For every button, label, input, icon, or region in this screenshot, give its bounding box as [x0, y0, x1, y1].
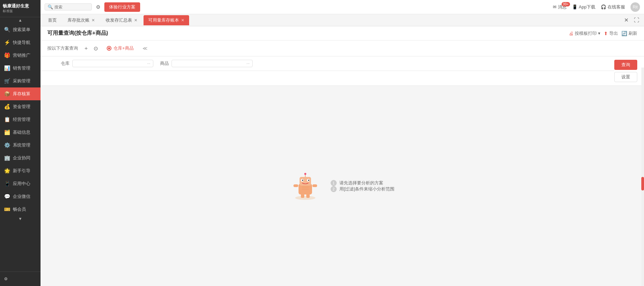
search-icon: 🔍 — [48, 4, 53, 9]
sidebar-item-appstore[interactable]: 📱应用中心 — [0, 177, 41, 190]
main-content: 🔍 ⚙ 体验行业方案 ✉ 消息 99+ 📱 App下载 🎧 在线客服 Rit — [41, 0, 644, 286]
warehouse-more-icon[interactable]: ··· — [147, 61, 150, 66]
settings-button[interactable]: 设置 — [614, 72, 637, 82]
empty-state: 1 请先选择要分析的方案 2 用[过滤]条件来缩小分析范围 — [41, 86, 644, 286]
export-button[interactable]: ⬆ 导出 — [604, 30, 618, 36]
sidebar-item-search[interactable]: 🔍搜索菜单 — [0, 23, 41, 36]
svg-point-6 — [308, 180, 309, 181]
sidebar-icon-member: 🎫 — [4, 206, 10, 212]
sidebar-item-member[interactable]: 🎫畅会员 — [0, 203, 41, 216]
filter-actions: ＋ ⊙ — [82, 44, 99, 53]
refresh-icon: 🔄 — [621, 31, 627, 36]
filter-option-warehouse_product[interactable]: 仓库+商品 — [103, 44, 137, 53]
message-button[interactable]: ✉ 消息 99+ — [553, 4, 567, 10]
tab-batch_account[interactable]: 库存批次账✕ — [63, 15, 100, 25]
topbar-right: ✉ 消息 99+ 📱 App下载 🎧 在线客服 Rit — [553, 2, 640, 12]
close-tab-button[interactable]: ✕ — [622, 16, 630, 25]
filter-bar: 按以下方案查询 ＋ ⊙ 仓库+商品 ≪ — [41, 41, 644, 56]
hint-text-2: 用[过滤]条件来缩小分析范围 — [339, 186, 394, 192]
sidebar-icon-basic: 🗂️ — [4, 129, 10, 135]
export-icon: ⬆ — [604, 31, 608, 36]
sidebar-icon-purchase: 🛒 — [4, 78, 10, 84]
online-service-button[interactable]: 🎧 在线客服 — [601, 4, 625, 10]
sidebar-item-enterprise[interactable]: 🏢企业协同 — [0, 152, 41, 164]
headset-icon: 🎧 — [601, 4, 606, 9]
message-badge: 99+ — [562, 2, 570, 6]
hint-text-1: 请先选择要分析的方案 — [339, 180, 383, 186]
empty-hint-2: 2 用[过滤]条件来缩小分析范围 — [331, 186, 394, 192]
gear-icon[interactable]: ⚙ — [95, 3, 102, 11]
warehouse-label: 仓库 — [61, 60, 70, 67]
sidebar-bottom: ⚙ — [0, 271, 41, 286]
brand-sub: 标准版 — [3, 9, 38, 14]
sidebar-item-system[interactable]: ⚙️系统管理 — [0, 139, 41, 152]
sidebar-label-search: 搜索菜单 — [13, 27, 30, 33]
sidebar-item-inventory[interactable]: 📦库存核算 — [0, 87, 41, 100]
refresh-button[interactable]: 🔄 刷新 — [621, 30, 637, 36]
product-input[interactable]: ··· — [172, 60, 253, 67]
svg-rect-9 — [293, 184, 298, 187]
user-avatar[interactable]: Rit — [630, 2, 640, 12]
sidebar-icon-shortcut: ⚡ — [4, 40, 10, 46]
empty-hint-1: 1 请先选择要分析的方案 — [331, 180, 394, 186]
page-header: 可用量查询(按仓库+商品) 🖨 按模板打印 ▾ ⬆ 导出 🔄 刷新 — [41, 26, 644, 41]
expand-tab-button[interactable]: ⛶ — [632, 16, 641, 25]
filter-option-label-warehouse_product: 仓库+商品 — [113, 45, 134, 51]
sidebar-label-inventory: 库存核算 — [13, 91, 30, 97]
sidebar-item-purchase[interactable]: 🛒采购管理 — [0, 75, 41, 87]
sidebar-item-wechat[interactable]: 💬企业微信 — [0, 190, 41, 203]
warehouse-input[interactable]: ··· — [72, 60, 153, 67]
sidebar-item-sales[interactable]: 📊销售管理 — [0, 62, 41, 75]
settings-icon: ⚙ — [4, 277, 8, 281]
sidebar-logo: 畅康通好生意 标准版 — [0, 0, 41, 17]
edit-filter-button[interactable]: ⊙ — [92, 45, 99, 52]
tab-close-receive_summary[interactable]: ✕ — [134, 18, 137, 23]
tabs-bar: 首页库存批次账✕收发存汇总表✕可用量库存账本✕ ✕ ⛶ — [41, 14, 644, 26]
sidebar-scroll-down[interactable]: ▼ — [0, 216, 41, 222]
sidebar-item-basic[interactable]: 🗂️基础信息 — [0, 126, 41, 139]
robot-svg — [290, 171, 320, 201]
brand-name: 畅康通好生意 — [3, 3, 38, 9]
filter-collapse-button[interactable]: ≪ — [141, 45, 149, 52]
sidebar-item-newguide[interactable]: 🌟新手引导 — [0, 164, 41, 177]
sidebar-label-basic: 基础信息 — [13, 129, 30, 135]
sidebar-item-finance[interactable]: 💰资金管理 — [0, 100, 41, 113]
sidebar-icon-wechat: 💬 — [4, 193, 10, 200]
product-filter-field: 商品 ··· — [160, 60, 253, 67]
right-scrollbar[interactable] — [641, 68, 644, 286]
query-button[interactable]: 查询 — [614, 60, 637, 70]
sidebar-item-shortcut[interactable]: ⚡快捷导航 — [0, 36, 41, 49]
action-buttons: 查询 设置 — [614, 56, 644, 85]
tab-close-batch_account[interactable]: ✕ — [92, 18, 95, 23]
tab-available_inventory[interactable]: 可用量库存账本✕ — [144, 15, 189, 25]
sidebar-scroll-up[interactable]: ▲ — [0, 17, 41, 23]
trial-button[interactable]: 体验行业方案 — [104, 2, 140, 12]
mobile-icon: 📱 — [572, 4, 577, 9]
sidebar-icon-system: ⚙️ — [4, 142, 10, 148]
tab-receive_summary[interactable]: 收发存汇总表✕ — [101, 15, 142, 25]
product-more-icon[interactable]: ··· — [247, 61, 250, 66]
sidebar-item-marketing[interactable]: 🎁营销推广 — [0, 49, 41, 62]
svg-rect-13 — [301, 194, 304, 198]
tab-close-available_inventory[interactable]: ✕ — [181, 18, 184, 23]
product-label: 商品 — [160, 60, 169, 67]
empty-state-content: 1 请先选择要分析的方案 2 用[过滤]条件来缩小分析范围 — [290, 171, 394, 201]
tab-label-receive_summary: 收发存汇总表 — [106, 17, 132, 23]
add-filter-button[interactable]: ＋ — [82, 44, 90, 53]
topbar-search-box[interactable]: 🔍 — [45, 3, 92, 10]
sidebar-label-appstore: 应用中心 — [13, 181, 30, 187]
sidebar-item-operation[interactable]: 📋经营管理 — [0, 113, 41, 126]
radio-warehouse_product — [107, 46, 111, 51]
sidebar-label-enterprise: 企业协同 — [13, 155, 30, 161]
search-input[interactable] — [54, 5, 88, 9]
empty-hints: 1 请先选择要分析的方案 2 用[过滤]条件来缩小分析范围 — [331, 180, 394, 192]
chevron-down-icon: ▾ — [598, 31, 600, 36]
sidebar-icon-appstore: 📱 — [4, 181, 10, 187]
tab-label-home: 首页 — [48, 17, 57, 23]
sidebar-bottom-settings[interactable]: ⚙ — [0, 274, 41, 284]
print-button[interactable]: 🖨 按模板打印 ▾ — [569, 30, 600, 36]
sidebar-label-sales: 销售管理 — [13, 65, 30, 71]
message-icon: ✉ — [553, 4, 557, 9]
app-download-button[interactable]: 📱 App下载 — [572, 4, 595, 10]
tab-home[interactable]: 首页 — [43, 15, 61, 25]
